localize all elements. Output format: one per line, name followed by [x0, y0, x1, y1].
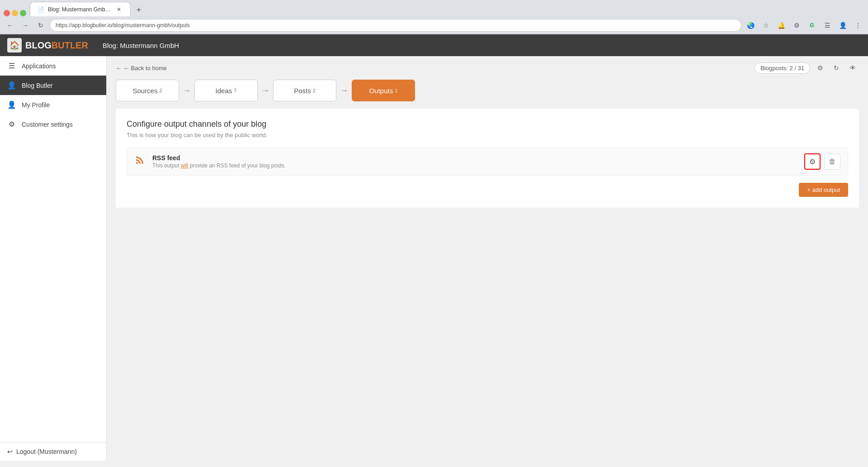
new-tab-button[interactable]: +	[132, 4, 145, 16]
content-header: ← ← Back to home Blogposts: 2 / 31 ⚙ ↻ 👁	[107, 56, 868, 80]
back-arrow-icon: ←	[116, 65, 122, 71]
feed-info: RSS feed This output will provide an RSS…	[152, 154, 797, 169]
logo: 🏠 BLOGBUTLER	[7, 38, 88, 52]
bookmark-button[interactable]: ☆	[760, 19, 772, 32]
tab-favicon: 📄	[38, 6, 44, 13]
pipeline-step-sources[interactable]: Sources 2	[116, 80, 179, 101]
feed-link-word: will	[181, 162, 189, 169]
app-header: 🏠 BLOGBUTLER Blog: Mustermann GmbH	[0, 34, 868, 56]
back-link-text: ← Back to home	[123, 65, 167, 71]
rss-icon	[134, 155, 145, 168]
tab-close-button[interactable]: ✕	[115, 5, 123, 14]
sidebar-item-label-applications: Applications	[22, 62, 56, 70]
sidebar-item-label-blog-butler: Blog Butler	[22, 82, 52, 89]
sources-badge: 2	[159, 88, 162, 93]
menu-icon: ☰	[7, 62, 16, 70]
pipeline-step-ideas[interactable]: Ideas 7	[194, 80, 258, 101]
ideas-label: Ideas	[216, 87, 232, 95]
notifications-button[interactable]: 🔔	[775, 19, 788, 32]
profile-button[interactable]: 👤	[836, 19, 849, 32]
back-to-home-link[interactable]: ← ← Back to home	[116, 65, 167, 71]
outputs-label: Outputs	[369, 87, 393, 95]
feed-settings-button[interactable]: ⚙	[804, 153, 821, 170]
logo-text: BLOGBUTLER	[25, 40, 88, 51]
forward-button[interactable]: →	[19, 19, 32, 32]
blogposts-badge: Blogposts: 2 / 31	[755, 62, 810, 74]
logout-item[interactable]: ↩ Logout (Mustermann)	[0, 442, 106, 461]
main-content: ← ← Back to home Blogposts: 2 / 31 ⚙ ↻ 👁…	[107, 56, 868, 461]
active-tab[interactable]: 📄 Blog: Mustermann GmbH - blo... ✕	[30, 2, 131, 16]
add-output-container: + add output	[127, 183, 848, 197]
extensions-puzzle-button[interactable]: ☰	[821, 19, 834, 32]
feed-delete-button[interactable]: 🗑	[824, 153, 840, 170]
header-actions: Blogposts: 2 / 31 ⚙ ↻ 👁	[755, 62, 859, 74]
profile-icon: 👤	[7, 100, 16, 109]
feed-desc: This output will provide an RSS feed of …	[152, 162, 797, 169]
pipeline-step-outputs[interactable]: Outputs 1	[352, 80, 415, 101]
pipeline-step-posts[interactable]: Posts 2	[273, 80, 336, 101]
pipeline-arrow-1: →	[183, 86, 191, 95]
sidebar-item-customer-settings[interactable]: ⚙ Customer settings	[0, 114, 106, 134]
tab-title: Blog: Mustermann GmbH - blo...	[48, 6, 111, 13]
pipeline-arrow-3: →	[340, 86, 348, 95]
reload-button[interactable]: ↻	[34, 19, 47, 32]
user-icon: 👤	[7, 81, 16, 90]
logout-label: Logout (Mustermann)	[16, 448, 77, 455]
outputs-badge: 1	[395, 88, 397, 93]
output-panel: Configure output channels of your blog T…	[116, 109, 859, 208]
refresh-icon-button[interactable]: ↻	[830, 62, 843, 74]
sidebar-item-applications[interactable]: ☰ Applications	[0, 56, 106, 76]
sidebar-item-label-my-profile: My Profile	[22, 101, 50, 109]
posts-badge: 2	[313, 88, 316, 93]
address-text: https://app.blogbutler.io/blog/musterman…	[56, 22, 190, 29]
address-bar[interactable]: https://app.blogbutler.io/blog/musterman…	[50, 19, 741, 32]
sources-label: Sources	[132, 87, 157, 95]
pipeline-arrow-2: →	[261, 86, 269, 95]
svg-point-0	[136, 162, 138, 164]
settings-icon-button[interactable]: ⚙	[814, 62, 826, 74]
sidebar-item-blog-butler[interactable]: 👤 Blog Butler	[0, 76, 106, 95]
feed-actions: ⚙ 🗑	[804, 153, 840, 170]
translate-button[interactable]: 🌏	[744, 19, 757, 32]
menu-button[interactable]: ⋮	[852, 19, 864, 32]
logo-icon: 🏠	[7, 38, 22, 52]
posts-label: Posts	[294, 87, 311, 95]
grammarly-button[interactable]: G	[806, 19, 818, 32]
extensions-button[interactable]: ⚙	[790, 19, 803, 32]
rss-feed-row: RSS feed This output will provide an RSS…	[127, 148, 848, 176]
panel-subtitle: This is how your blog can be used by the…	[127, 132, 848, 138]
panel-title: Configure output channels of your blog	[127, 119, 848, 129]
back-button[interactable]: ←	[4, 19, 16, 32]
feed-title: RSS feed	[152, 154, 797, 162]
eye-icon-button[interactable]: 👁	[846, 62, 859, 74]
sidebar-item-my-profile[interactable]: 👤 My Profile	[0, 95, 106, 114]
add-output-button[interactable]: + add output	[799, 183, 848, 197]
pipeline: Sources 2 → Ideas 7 → Posts 2 → Outputs …	[107, 80, 868, 109]
settings-icon: ⚙	[7, 120, 16, 129]
page-title: Blog: Mustermann GmbH	[103, 42, 179, 49]
ideas-badge: 7	[234, 88, 236, 93]
sidebar-item-label-customer-settings: Customer settings	[22, 121, 73, 128]
sidebar: ☰ Applications 👤 Blog Butler 👤 My Profil…	[0, 56, 107, 461]
logout-icon: ↩	[7, 448, 13, 455]
